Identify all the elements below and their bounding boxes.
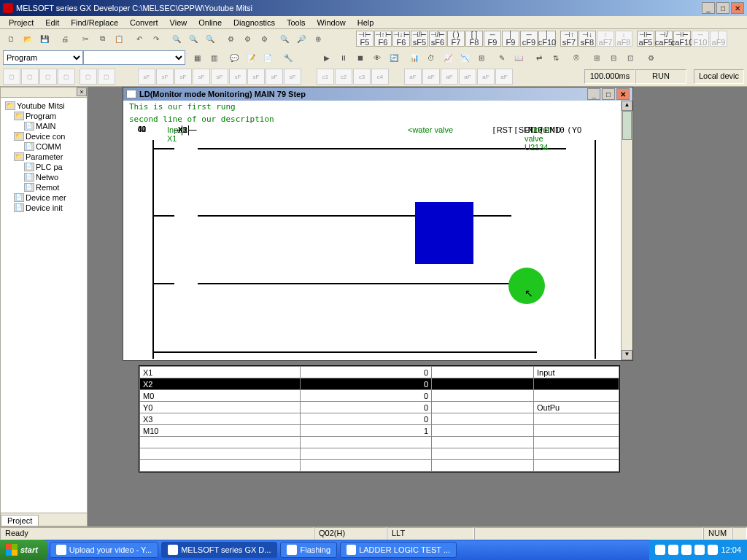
tree-device[interactable]: Device con <box>26 132 65 141</box>
conv1-icon[interactable]: ⇄ <box>531 50 547 66</box>
reg-icon[interactable]: ® <box>568 50 584 66</box>
f10-button[interactable]: ─F10 <box>692 31 709 47</box>
ladder-scrollbar[interactable]: ▲ ▼ <box>621 101 632 360</box>
table-row[interactable]: X20 <box>140 378 619 390</box>
write-icon[interactable]: ✎ <box>494 50 510 66</box>
menu-diagnostics[interactable]: Diagnostics <box>228 17 281 28</box>
open-icon[interactable]: 📂 <box>20 31 36 47</box>
f5-button[interactable]: ⊣⊢F5 <box>356 31 374 47</box>
table-row[interactable] <box>140 437 619 448</box>
menu-edit[interactable]: Edit <box>39 17 65 28</box>
table-row[interactable]: X10Input <box>140 367 619 378</box>
mon3-icon[interactable]: ⏹ <box>352 50 368 66</box>
undo-icon[interactable]: ↶ <box>131 31 147 47</box>
trace1-icon[interactable]: 📊 <box>406 50 422 66</box>
toggle2-icon[interactable]: ▥ <box>206 50 222 66</box>
af5-button[interactable]: ⊣⊢aF5 <box>637 31 654 47</box>
trace3-icon[interactable]: 📈 <box>440 50 456 66</box>
program-select[interactable]: Program <box>3 50 83 65</box>
task-item-ladder[interactable]: LADDER LOGIC TEST ... <box>340 542 457 558</box>
menu-tools[interactable]: Tools <box>281 17 311 28</box>
scroll-down-icon[interactable]: ▼ <box>622 350 632 360</box>
db1-button[interactable]: ▢ <box>3 69 20 85</box>
mon4-icon[interactable]: 👁 <box>369 50 385 66</box>
sf2-button[interactable]: sF <box>156 69 174 85</box>
project-tree[interactable]: 📁Youtube Mitsi 📁Program 📄MAIN 📁Device co… <box>1 98 87 513</box>
menu-find[interactable]: Find/Replace <box>65 17 124 28</box>
af6-button[interactable]: aF <box>422 69 440 85</box>
af7b-button[interactable]: aF <box>441 69 458 85</box>
sf5-button[interactable]: ⊣/⊢sF5 <box>411 31 428 47</box>
toggle1-icon[interactable]: ▦ <box>189 50 205 66</box>
af5b-button[interactable]: aF <box>404 69 422 85</box>
trace4-icon[interactable]: 📉 <box>457 50 473 66</box>
caf5-button[interactable]: ⊣/caF5 <box>655 31 673 47</box>
menu-online[interactable]: Online <box>193 17 228 28</box>
rung0-coil[interactable]: (Y0 <box>567 125 581 135</box>
sf1-button[interactable]: sF <box>138 69 155 85</box>
sf6b-button[interactable]: sF <box>229 69 247 85</box>
menu-window[interactable]: Window <box>311 17 352 28</box>
task-item-flashing[interactable]: Flashing <box>280 542 337 558</box>
find-icon[interactable]: 🔍 <box>169 31 185 47</box>
sidebar-close-icon[interactable]: × <box>77 88 87 96</box>
c1-button[interactable]: c1 <box>317 69 334 85</box>
scroll-up-icon[interactable]: ▲ <box>622 101 632 111</box>
c3-button[interactable]: c3 <box>353 69 371 85</box>
clock[interactable]: 12:04 <box>721 545 741 554</box>
af7-button[interactable]: ↑aF7 <box>597 31 614 47</box>
trace5-icon[interactable]: ⊞ <box>473 50 489 66</box>
tray-icon[interactable] <box>655 545 665 555</box>
sf5b-button[interactable]: sF <box>211 69 228 85</box>
task-item-melsoft[interactable]: MELSOFT series GX D... <box>161 542 277 558</box>
task-item-upload[interactable]: Upload your video - Y... <box>50 542 158 558</box>
tree-param[interactable]: Parameter <box>26 152 63 161</box>
ladder-close-button[interactable]: ✕ <box>616 88 630 100</box>
tray-icon[interactable] <box>694 545 705 555</box>
minimize-button[interactable]: _ <box>702 2 715 14</box>
sf3-button[interactable]: sF <box>174 69 192 85</box>
sf7-button[interactable]: ⊣↑sF7 <box>560 31 578 47</box>
table-row[interactable]: X30 <box>140 413 619 425</box>
contact-icon[interactable]: ─┤ ├─ <box>174 125 196 134</box>
af10-button[interactable]: aF <box>495 69 513 85</box>
copy-icon[interactable]: ⧉ <box>94 31 110 47</box>
cut-icon[interactable]: ✂ <box>77 31 93 47</box>
af9-button[interactable]: │aF9 <box>710 31 727 47</box>
comment-icon[interactable]: 💬 <box>226 50 242 66</box>
sf4-button[interactable]: sF <box>193 69 210 85</box>
sf8b-button[interactable]: sF <box>266 69 283 85</box>
af8b-button[interactable]: aF <box>459 69 476 85</box>
table-row[interactable]: M101 <box>140 425 619 437</box>
caf10-button[interactable]: ⊣⊢caF10 <box>673 31 691 47</box>
grid2-icon[interactable]: ⊟ <box>605 50 622 66</box>
note-icon[interactable]: 📄 <box>260 50 276 66</box>
print-icon[interactable]: 🖨 <box>57 31 73 47</box>
sub-select[interactable] <box>83 50 185 65</box>
device-monitor-table[interactable]: X10InputX20M00Y00OutPuX30M101 <box>139 365 620 472</box>
f6a-button[interactable]: ⊣↑⊢F6 <box>374 31 392 47</box>
c2-button[interactable]: c2 <box>335 69 352 85</box>
db4-button[interactable]: ▢ <box>58 69 75 85</box>
tree-plc[interactable]: PLC pa <box>36 163 63 171</box>
tree-program[interactable]: Program <box>26 112 56 120</box>
af8-button[interactable]: ↓aF8 <box>615 31 632 47</box>
conv2-icon[interactable]: ⇅ <box>548 50 564 66</box>
tree-devmem[interactable]: Device mer <box>26 193 66 202</box>
table-row[interactable]: M00 <box>140 390 619 402</box>
tray-icon[interactable] <box>668 545 678 555</box>
tray-icon[interactable] <box>681 545 692 555</box>
menu-convert[interactable]: Convert <box>124 17 164 28</box>
sf9-button[interactable]: sF <box>284 69 301 85</box>
redo-icon[interactable]: ↷ <box>148 31 164 47</box>
grid1-icon[interactable]: ⊞ <box>589 50 605 66</box>
mon2-icon[interactable]: ⏸ <box>336 50 352 66</box>
tree-net[interactable]: Netwo <box>36 173 58 182</box>
ladder-min-button[interactable]: _ <box>587 88 600 100</box>
tree-rem[interactable]: Remot <box>36 183 59 192</box>
db2-button[interactable]: ▢ <box>21 69 39 85</box>
sidebar-tab-project[interactable]: Project <box>1 515 39 526</box>
find3-icon[interactable]: 🔍 <box>202 31 218 47</box>
tool-icon[interactable]: ⚙ <box>222 31 239 47</box>
mon1-icon[interactable]: ▶ <box>319 50 335 66</box>
